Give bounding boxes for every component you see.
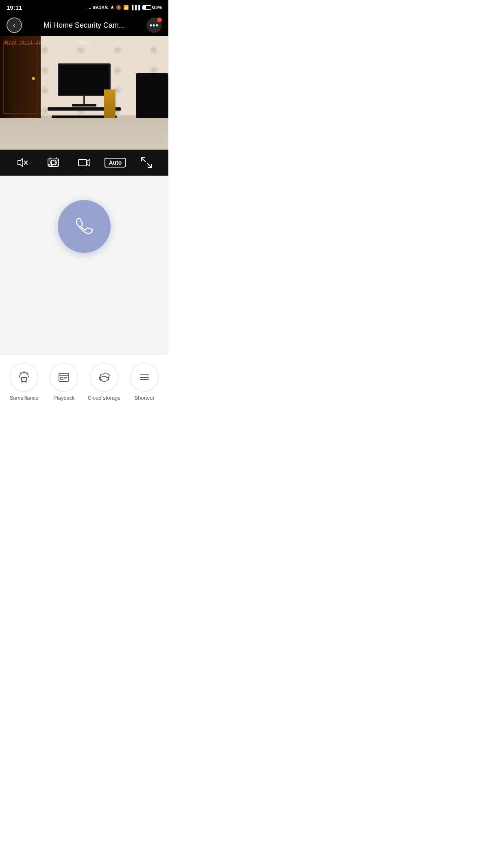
- call-button[interactable]: [58, 200, 111, 253]
- phone-icon: [72, 214, 96, 239]
- floor: [0, 115, 168, 150]
- svg-marker-0: [18, 159, 23, 167]
- more-dots-icon: •••: [150, 21, 159, 30]
- battery-percent: 33%: [153, 5, 162, 10]
- battery-icon: [142, 5, 151, 10]
- main-content: [0, 176, 168, 355]
- svg-line-16: [147, 163, 151, 168]
- svg-line-19: [27, 373, 27, 374]
- nav-item-shortcut[interactable]: Shortcut: [128, 363, 161, 401]
- shortcut-icon-circle: [130, 363, 159, 392]
- time: 19:11: [7, 4, 22, 11]
- nav-item-surveillance[interactable]: Surveillance: [8, 363, 40, 401]
- svg-line-15: [142, 158, 146, 162]
- tv: [58, 63, 111, 96]
- network-speed: 69.1K/c: [93, 5, 109, 10]
- chair: [136, 73, 168, 118]
- cloud-storage-icon-circle: [90, 363, 118, 392]
- cloud-storage-label: Cloud storage: [88, 395, 121, 401]
- fullscreen-icon: [141, 157, 152, 168]
- tv-stand-base: [72, 104, 96, 107]
- status-dots: ...: [87, 5, 91, 10]
- controls-bar: Auto: [0, 150, 168, 176]
- door-handle: [32, 77, 35, 80]
- svg-point-10: [51, 164, 53, 166]
- mute-button[interactable]: [13, 154, 31, 172]
- surveillance-label: Surveillance: [10, 395, 39, 401]
- wifi-icon: 📶: [123, 5, 129, 10]
- page-title: Mi Home Security Cam...: [22, 21, 146, 30]
- cloud-icon: [98, 371, 111, 384]
- svg-line-18: [21, 373, 21, 374]
- svg-marker-14: [87, 159, 90, 166]
- status-bar: 19:11 ... 69.1K/c ★ 🔕 📶 ▐▐▐ 33%: [0, 0, 168, 15]
- playback-icon-circle: [50, 363, 78, 392]
- svg-point-29: [100, 376, 108, 381]
- svg-point-9: [48, 164, 50, 166]
- mute-icon: 🔕: [116, 5, 122, 10]
- nav-item-cloud-storage[interactable]: Cloud storage: [88, 363, 121, 401]
- bluetooth-icon: ★: [110, 5, 114, 10]
- screenshot-icon: [47, 157, 59, 168]
- record-button[interactable]: [75, 154, 93, 172]
- quality-badge: Auto: [105, 158, 126, 168]
- back-arrow-icon: ‹: [13, 22, 15, 29]
- svg-rect-26: [61, 377, 63, 380]
- recording-dot: [157, 17, 162, 22]
- nav-item-playback[interactable]: Playback: [48, 363, 80, 401]
- menu-icon: [138, 371, 151, 384]
- signal-icon: ▐▐▐: [131, 5, 140, 10]
- speaker-box: [104, 89, 115, 118]
- surveillance-icon: [17, 371, 30, 384]
- back-button[interactable]: ‹: [7, 17, 22, 33]
- shortcut-label: Shortcut: [135, 395, 154, 401]
- camera-feed: 09/24 19:11:22 18KB/S: [0, 36, 168, 150]
- screenshot-button[interactable]: [44, 154, 62, 172]
- mute-icon: [16, 157, 28, 168]
- playback-icon: [57, 371, 70, 384]
- more-button[interactable]: •••: [146, 17, 162, 33]
- camera-bitrate: 18KB/S: [76, 40, 92, 45]
- bottom-nav: Surveillance Playback Cloud storage: [0, 355, 168, 413]
- tv-stand-pole: [83, 96, 85, 104]
- status-right: ... 69.1K/c ★ 🔕 📶 ▐▐▐ 33%: [87, 5, 162, 10]
- camera-timestamp: 09/24 19:11:22: [3, 40, 41, 45]
- surveillance-icon-circle: [10, 363, 38, 392]
- playback-label: Playback: [53, 395, 75, 401]
- nav-bar: ‹ Mi Home Security Cam... •••: [0, 15, 168, 36]
- quality-button[interactable]: Auto: [106, 154, 124, 172]
- room-scene: [0, 36, 168, 150]
- svg-rect-13: [78, 159, 87, 166]
- door: [0, 36, 41, 118]
- record-icon: [78, 158, 90, 168]
- fullscreen-button[interactable]: [137, 154, 155, 172]
